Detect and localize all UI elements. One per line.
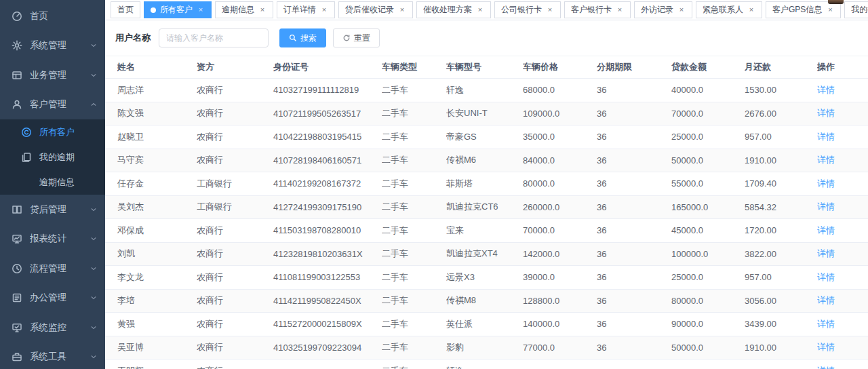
detail-link[interactable]: 详情 [817, 132, 835, 142]
close-icon[interactable]: × [398, 6, 406, 14]
table-cell: 1709.40 [745, 178, 817, 189]
table-cell: 远景X3 [446, 271, 523, 284]
table-cell: 农商行 [197, 248, 273, 260]
table-cell: 农商行 [197, 131, 273, 143]
sidebar-item-customer-mgmt[interactable]: 客户管理 [0, 90, 105, 120]
tab-emergency-contacts[interactable]: 紧急联系人× [696, 1, 762, 18]
detail-link[interactable]: 详情 [817, 85, 835, 95]
sidebar-item-overdue-info[interactable]: 逾期信息 [0, 170, 105, 195]
column-header: 身份证号 [273, 61, 382, 73]
detail-link[interactable]: 详情 [817, 272, 835, 282]
tab-company-bankcard[interactable]: 公司银行卡× [494, 1, 561, 18]
column-header: 分期期限 [597, 61, 671, 73]
table-cell: 80000.0 [671, 296, 745, 306]
sidebar-item-business-mgmt[interactable]: 业务管理 [0, 60, 105, 90]
main-area: 首页所有客户×逾期信息×订单详情×贷后催收记录×催收处理方案×公司银行卡×客户银… [105, 0, 868, 369]
sidebar-item-my-overdue[interactable]: 我的逾期 [0, 144, 105, 170]
detail-link[interactable]: 详情 [817, 225, 835, 235]
close-icon[interactable]: × [476, 6, 484, 14]
detail-link[interactable]: 详情 [817, 108, 835, 118]
detail-link[interactable]: 详情 [817, 248, 835, 258]
sidebar-item-office-mgmt[interactable]: 办公管理 [0, 284, 105, 313]
table-cell: 3822.00 [745, 249, 817, 259]
tab-my-todo[interactable]: 我的待办× [844, 1, 868, 18]
tab-label: 首页 [117, 4, 134, 16]
close-icon[interactable]: × [616, 6, 624, 14]
customer-name-input[interactable] [159, 28, 269, 47]
sidebar: 首页系统管理业务管理客户管理所有客户我的逾期逾期信息贷后管理报表统计流程管理办公… [0, 0, 105, 369]
sidebar-item-label: 流程管理 [30, 263, 90, 275]
reset-button[interactable]: 重置 [333, 28, 380, 47]
detail-link[interactable]: 详情 [817, 295, 835, 305]
sidebar-item-label: 首页 [30, 10, 97, 22]
close-icon[interactable]: × [546, 6, 554, 14]
sidebar-item-process-mgmt[interactable]: 流程管理 [0, 254, 105, 284]
tab-overdue-info[interactable]: 逾期信息× [215, 1, 273, 18]
sidebar-item-report-stats[interactable]: 报表统计 [0, 225, 105, 254]
table-cell: 36 [597, 249, 671, 259]
close-icon[interactable]: × [197, 6, 205, 14]
sidebar-item-system-mgmt[interactable]: 系统管理 [0, 31, 105, 61]
tab-label: 我的待办 [851, 4, 868, 16]
table-cell: 农商行 [197, 107, 273, 119]
tab-bar: 首页所有客户×逾期信息×订单详情×贷后催收记录×催收处理方案×公司银行卡×客户银… [105, 0, 868, 20]
tab-order-detail[interactable]: 订单详情× [277, 1, 335, 18]
sidebar-item-all-customers[interactable]: 所有客户 [0, 119, 105, 144]
table-cell: 3439.00 [745, 319, 817, 329]
table-row: 李培农商行41142119950822450X二手车传祺M8128800.036… [105, 290, 868, 313]
refresh-icon [342, 34, 351, 42]
chevron-down-icon [90, 42, 97, 49]
copyright-icon [21, 127, 32, 138]
chevron-down-icon [90, 72, 97, 79]
table-cell: 轩逸 [446, 84, 523, 96]
table-row: 王明辉农商行二手车轩逸详情 [105, 360, 868, 369]
table-cell: 周志洋 [117, 84, 197, 96]
tab-all-customers[interactable]: 所有客户× [144, 1, 212, 18]
detail-link[interactable]: 详情 [817, 366, 835, 369]
table-cell: 传祺M8 [446, 294, 523, 307]
sidebar-item-system-tools[interactable]: 系统工具 [0, 343, 105, 369]
table-cell: 84000.0 [523, 155, 597, 166]
tab-label: 所有客户 [160, 4, 193, 16]
close-icon[interactable]: × [258, 6, 267, 14]
close-icon[interactable]: × [747, 6, 755, 14]
table-cell: 二手车 [382, 131, 446, 143]
table-cell: 36 [597, 202, 671, 212]
search-field-label: 用户名称 [115, 32, 151, 44]
tab-collection-records[interactable]: 贷后催收记录× [338, 1, 413, 18]
table-cell: 70000.0 [671, 109, 745, 119]
detail-link[interactable]: 详情 [817, 178, 835, 189]
table-cell: 109000.0 [523, 109, 597, 119]
detail-link[interactable]: 详情 [817, 342, 835, 352]
sidebar-item-system-monitor[interactable]: 系统监控 [0, 313, 105, 343]
tab-collection-plan[interactable]: 催收处理方案× [416, 1, 491, 18]
close-icon[interactable]: × [320, 6, 328, 14]
close-icon[interactable]: × [826, 6, 834, 14]
search-button[interactable]: 搜索 [279, 28, 326, 47]
detail-link[interactable]: 详情 [817, 201, 835, 212]
table-cell: 农商行 [197, 225, 273, 237]
table-cell: 41232819810203631X [273, 249, 382, 259]
detail-link[interactable]: 详情 [817, 319, 835, 329]
close-icon[interactable]: × [677, 6, 686, 14]
tab-customer-bankcard[interactable]: 客户银行卡× [564, 1, 631, 18]
sidebar-item-label: 贷后管理 [30, 203, 90, 216]
table-cell: 农商行 [197, 154, 273, 166]
sidebar-item-home[interactable]: 首页 [0, 1, 105, 31]
grid-icon [12, 70, 22, 81]
sidebar-item-label: 业务管理 [30, 69, 90, 81]
tab-home[interactable]: 首页 [111, 1, 140, 18]
sidebar-item-postloan-mgmt[interactable]: 贷后管理 [0, 195, 105, 225]
table-cell: 二手车 [382, 107, 446, 119]
table-cell: 宝来 [446, 225, 523, 237]
table-cell: 二手车 [382, 365, 446, 369]
action-cell: 详情 [817, 131, 856, 143]
table-cell: 410721199505263517 [273, 109, 382, 119]
toolbox-icon [12, 351, 22, 362]
avatar-partial[interactable] [828, 0, 844, 4]
tab-visit-records[interactable]: 外访记录× [634, 1, 692, 18]
table-row: 陈文强农商行410721199505263517二手车长安UNI-T109000… [105, 102, 868, 126]
table-row: 黄强农商行41152720000215809X二手车英仕派140000.0369… [105, 313, 868, 336]
book-icon [12, 204, 22, 215]
detail-link[interactable]: 详情 [817, 155, 835, 165]
